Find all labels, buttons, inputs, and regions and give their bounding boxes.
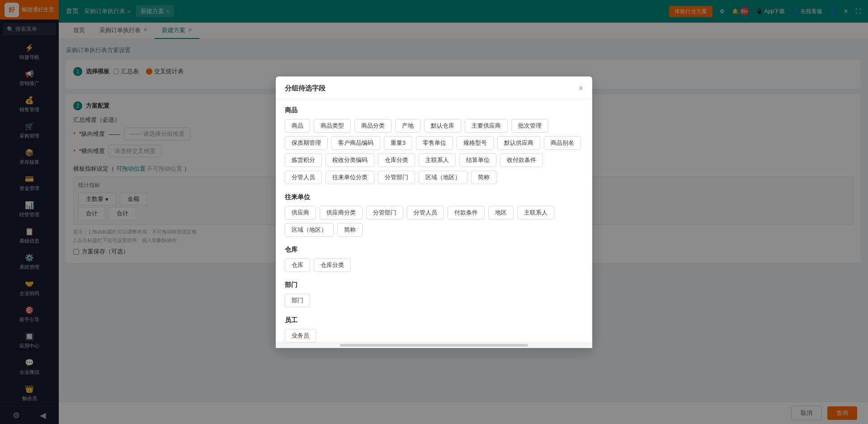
field-tag[interactable]: 主要供应商: [465, 119, 508, 133]
field-tag[interactable]: 供应商: [285, 206, 316, 219]
modal-title: 分组待选字段: [285, 84, 326, 93]
field-tag[interactable]: 仓库分类: [314, 258, 351, 272]
field-tag[interactable]: 商品分类: [354, 119, 392, 133]
field-tag[interactable]: 付款条件: [448, 206, 485, 219]
field-tag[interactable]: 业务员: [285, 329, 316, 343]
field-tag[interactable]: 税收分类编码: [326, 153, 374, 167]
field-tag[interactable]: 分管人员: [285, 171, 322, 184]
field-tag[interactable]: 部门: [285, 294, 310, 307]
field-tag[interactable]: 主联系人: [419, 153, 456, 167]
field-tags-仓库: 仓库仓库分类: [285, 258, 583, 272]
field-tag[interactable]: 默认仓库: [424, 119, 461, 133]
field-tag[interactable]: 分管人员: [407, 206, 444, 219]
field-tag[interactable]: 主联系人: [517, 206, 554, 219]
modal-close-button[interactable]: ×: [578, 84, 583, 93]
category-title: 仓库: [285, 246, 583, 254]
field-tag[interactable]: 仓库分类: [378, 153, 415, 167]
field-tag[interactable]: 地区: [488, 206, 514, 219]
category-title: 商品: [285, 106, 583, 114]
field-category-往来单位: 往来单位供应商供应商分类分管部门分管人员付款条件地区主联系人区域（地区）简称: [285, 193, 583, 237]
field-category-商品: 商品商品商品类型商品分类产地默认仓库主要供应商批次管理保质期管理客户商品编码重量…: [285, 106, 583, 184]
field-tag[interactable]: 区域（地区）: [419, 171, 467, 184]
modal-body: 商品商品商品类型商品分类产地默认仓库主要供应商批次管理保质期管理客户商品编码重量…: [276, 99, 592, 343]
modal-overlay: 分组待选字段 × 商品商品商品类型商品分类产地默认仓库主要供应商批次管理保质期管…: [0, 0, 868, 424]
modal-hscroll[interactable]: [276, 343, 592, 348]
field-tag[interactable]: 规格型号: [457, 136, 494, 150]
field-tags-员工: 业务员: [285, 329, 583, 343]
field-tag[interactable]: 分管部门: [366, 206, 403, 219]
field-tag[interactable]: 默认供应商: [497, 136, 540, 150]
field-tags-商品: 商品商品类型商品分类产地默认仓库主要供应商批次管理保质期管理客户商品编码重量3零…: [285, 119, 583, 184]
field-tag[interactable]: 批次管理: [511, 119, 548, 133]
field-tag[interactable]: 供应商分类: [320, 206, 363, 219]
field-tag[interactable]: 收付款条件: [500, 153, 543, 167]
field-category-部门: 部门部门: [285, 281, 583, 307]
field-category-员工: 员工业务员: [285, 316, 583, 343]
field-tag[interactable]: 炼货积分: [285, 153, 322, 167]
field-tag[interactable]: 重量3: [384, 136, 412, 150]
field-tag[interactable]: 商品: [285, 119, 310, 133]
field-tag[interactable]: 简称: [471, 171, 496, 184]
field-tag[interactable]: 简称: [337, 223, 363, 237]
field-tags-部门: 部门: [285, 294, 583, 307]
category-title: 部门: [285, 281, 583, 289]
field-tag[interactable]: 保质期管理: [285, 136, 328, 150]
field-tags-往来单位: 供应商供应商分类分管部门分管人员付款条件地区主联系人区域（地区）简称: [285, 206, 583, 237]
category-title: 员工: [285, 316, 583, 324]
field-tag[interactable]: 商品类型: [314, 119, 351, 133]
modal-header: 分组待选字段 ×: [276, 76, 592, 99]
field-tag[interactable]: 区域（地区）: [285, 223, 334, 237]
field-tag[interactable]: 零售单位: [416, 136, 453, 150]
field-tag[interactable]: 结算单位: [459, 153, 496, 167]
field-tag[interactable]: 商品别名: [544, 136, 581, 150]
hscroll-thumb: [340, 344, 528, 347]
field-tag[interactable]: 产地: [395, 119, 420, 133]
field-tag[interactable]: 客户商品编码: [331, 136, 380, 150]
field-category-仓库: 仓库仓库仓库分类: [285, 246, 583, 272]
field-tag[interactable]: 往来单位分类: [326, 171, 374, 184]
field-tag[interactable]: 分管部门: [378, 171, 415, 184]
field-tag[interactable]: 仓库: [285, 258, 310, 272]
field-select-modal: 分组待选字段 × 商品商品商品类型商品分类产地默认仓库主要供应商批次管理保质期管…: [276, 76, 592, 348]
category-title: 往来单位: [285, 193, 583, 201]
